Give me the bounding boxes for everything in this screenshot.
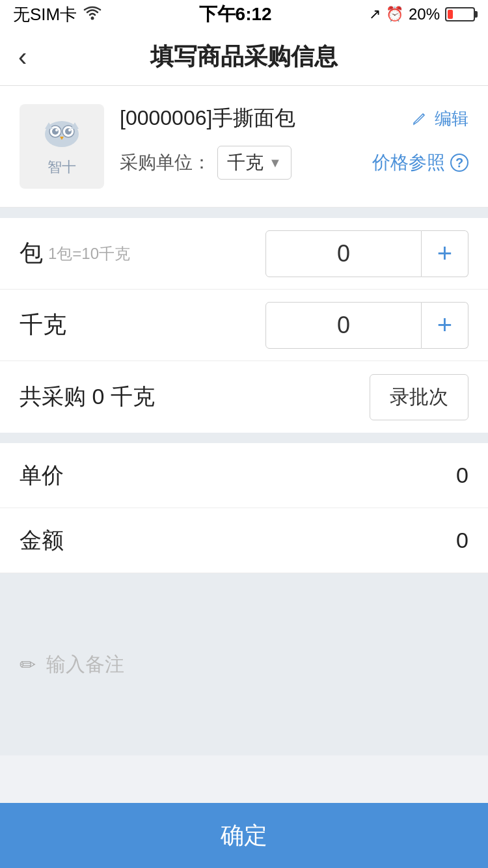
total-quantity-label: 共采购 0 千克: [20, 382, 155, 412]
record-batch-button[interactable]: 录批次: [370, 374, 468, 420]
product-info: [0000006]手撕面包 编辑 采购单位： 千克 ▼ 价格参照 ?: [120, 104, 468, 180]
unit-price-value: 0: [456, 463, 468, 488]
summary-row: 共采购 0 千克 录批次: [0, 361, 488, 433]
kg-quantity-input[interactable]: [265, 302, 422, 349]
bao-plus-button[interactable]: +: [422, 230, 468, 277]
price-reference-button[interactable]: 价格参照 ?: [372, 150, 468, 175]
amount-label: 金额: [20, 526, 64, 556]
wifi-icon: [83, 5, 102, 25]
amount-value: 0: [456, 528, 468, 553]
unit-select-dropdown[interactable]: 千克 ▼: [217, 146, 291, 180]
status-right: ↗ ⏰ 20%: [369, 5, 475, 23]
unit-price-row: 单价 0: [0, 443, 488, 508]
chevron-down-icon: ▼: [269, 156, 282, 170]
svg-point-6: [55, 129, 58, 131]
status-time: 下午6:12: [199, 2, 272, 27]
product-logo-label: 智十: [47, 157, 76, 177]
page-title: 填写商品采购信息: [150, 41, 338, 73]
kg-label: 千克: [20, 309, 66, 341]
info-circle-icon: ?: [450, 154, 468, 172]
back-button[interactable]: ‹: [18, 42, 27, 72]
svg-point-5: [65, 128, 72, 135]
notes-section[interactable]: ✏ 输入备注: [0, 573, 488, 755]
pencil-icon: ✏: [20, 653, 36, 676]
confirm-button[interactable]: 确定: [0, 803, 488, 868]
svg-point-4: [52, 128, 59, 135]
product-header: [0000006]手撕面包 编辑: [120, 104, 468, 133]
kg-input-group: +: [265, 302, 468, 349]
bao-input-row: 包 1包=10千克 +: [0, 218, 488, 290]
edit-button[interactable]: 编辑: [411, 107, 468, 130]
product-image: 智十: [20, 104, 104, 189]
amount-row: 金额 0: [0, 508, 488, 573]
product-logo-icon: [42, 116, 81, 155]
battery-icon: [445, 7, 475, 21]
alarm-icon: ⏰: [386, 6, 403, 23]
nav-bar: ‹ 填写商品采购信息: [0, 29, 488, 86]
battery-percent: 20%: [409, 5, 440, 23]
unit-label: 采购单位：: [120, 150, 211, 175]
location-icon: ↗: [369, 6, 381, 23]
product-unit-row: 采购单位： 千克 ▼ 价格参照 ?: [120, 146, 468, 180]
section-divider-2: [0, 433, 488, 443]
bao-sublabel: 1包=10千克: [48, 243, 265, 264]
svg-point-0: [91, 16, 94, 20]
bao-label: 包: [20, 237, 43, 269]
bao-quantity-input[interactable]: [265, 230, 422, 277]
bao-input-group: +: [265, 230, 468, 277]
kg-input-row: 千克 +: [0, 290, 488, 361]
section-divider-1: [0, 208, 488, 218]
product-name: [0000006]手撕面包: [120, 104, 295, 133]
svg-point-7: [68, 129, 71, 131]
status-bar: 无SIM卡 下午6:12 ↗ ⏰ 20%: [0, 0, 488, 29]
status-left: 无SIM卡: [13, 3, 102, 26]
unit-price-label: 单价: [20, 461, 64, 491]
confirm-label: 确定: [221, 820, 267, 852]
kg-plus-button[interactable]: +: [422, 302, 468, 349]
price-info-section: 单价 0 金额 0: [0, 443, 488, 573]
notes-placeholder: 输入备注: [46, 651, 124, 678]
product-card: 智十 [0000006]手撕面包 编辑 采购单位： 千克 ▼ 价格参照: [0, 86, 488, 208]
carrier-text: 无SIM卡: [13, 3, 77, 26]
